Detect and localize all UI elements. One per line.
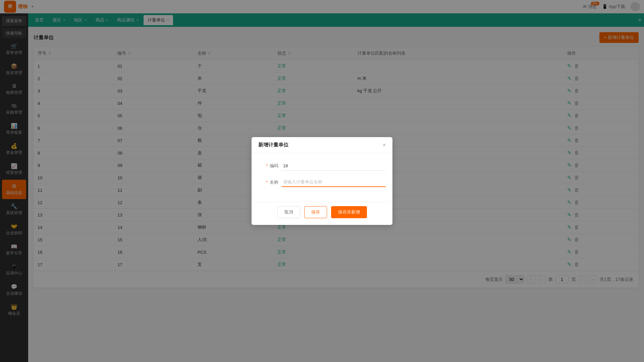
modal-close-button[interactable]: × — [383, 142, 386, 148]
save-button[interactable]: 保存 — [304, 206, 327, 218]
modal-overlay[interactable]: 新增计量单位 × * 编码 * 名称 取消 保存 保存并新增 — [0, 0, 644, 362]
code-label: * 编码 — [258, 163, 278, 169]
modal-header: 新增计量单位 × — [252, 137, 392, 153]
modal-footer: 取消 保存 保存并新增 — [252, 202, 392, 225]
cancel-button[interactable]: 取消 — [277, 206, 300, 218]
form-row-code: * 编码 — [258, 161, 386, 171]
name-label: * 名称 — [258, 179, 278, 185]
code-required-mark: * — [266, 163, 268, 168]
name-required-mark: * — [266, 180, 268, 185]
name-label-text: 名称 — [270, 180, 278, 185]
modal-body: * 编码 * 名称 — [252, 153, 392, 202]
save-and-new-button[interactable]: 保存并新增 — [331, 206, 367, 218]
form-row-name: * 名称 — [258, 177, 386, 187]
add-unit-modal: 新增计量单位 × * 编码 * 名称 取消 保存 保存并新增 — [252, 137, 392, 225]
code-label-text: 编码 — [270, 163, 278, 168]
modal-title: 新增计量单位 — [258, 142, 288, 148]
name-input[interactable] — [282, 177, 386, 187]
code-input[interactable] — [282, 161, 386, 171]
